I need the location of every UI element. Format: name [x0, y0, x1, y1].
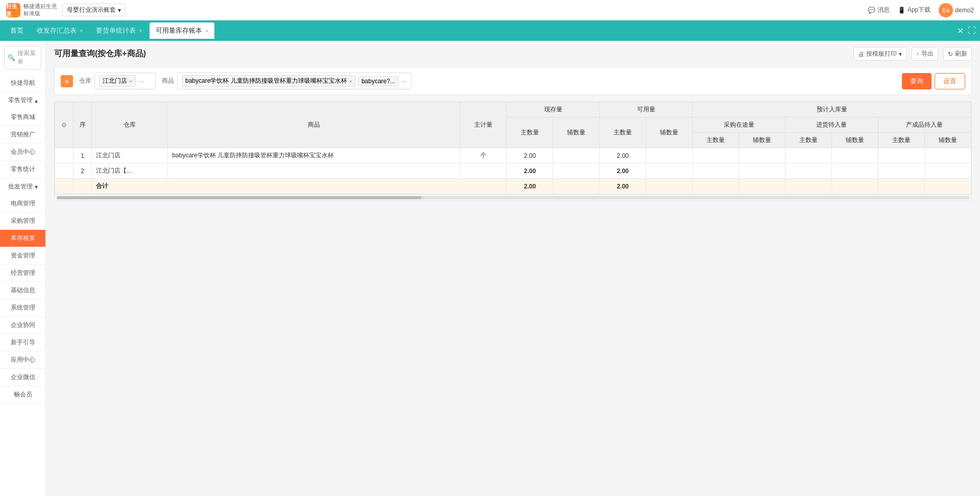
- sidebar-search-button[interactable]: 🔍 搜索菜单: [4, 46, 41, 69]
- col-stock-main-header: 主数量: [507, 117, 553, 148]
- sidebar-item-quick-nav[interactable]: 快捷导航: [0, 75, 45, 92]
- tab-home[interactable]: 首页: [4, 22, 30, 39]
- warehouse-input[interactable]: 江北门店 × ···: [94, 73, 156, 89]
- message-button[interactable]: 💬 消息: [868, 6, 890, 14]
- row1-unit: 个: [460, 148, 507, 163]
- settings-button[interactable]: 设置: [935, 73, 965, 89]
- user-menu[interactable]: Ea demo2: [939, 3, 974, 17]
- page-header: 可用量查询(按仓库+商品) 🖨 按模板打印 ▾ ↑ 导出 ↻ 刷新: [54, 47, 972, 61]
- sidebar-item-operation[interactable]: 经营管理: [0, 265, 45, 282]
- sidebar-item-purchase[interactable]: 采购管理: [0, 212, 45, 230]
- sidebar-item-retail-management[interactable]: 零售管理 ▴: [0, 92, 45, 109]
- sidebar: 🔍 搜索菜单 快捷导航 零售管理 ▴ 零售商城 营销推广 会员中心 零售统计 批…: [0, 41, 46, 496]
- tab-close-order-stats[interactable]: ×: [139, 28, 142, 34]
- table-header-row1: ⚙ 序 仓库 商品 主计量 现存量 可用量 预计入库量: [55, 102, 971, 117]
- col-warehouse-header: 仓库: [92, 102, 168, 148]
- product-tag2: babycare?...: [358, 76, 399, 86]
- page-title: 可用量查询(按仓库+商品): [54, 49, 146, 59]
- product-tag1: babycare学饮杯 儿童防摔防撞吸管杯重力球吸嘴杯宝宝水杯 ×: [182, 75, 356, 87]
- chevron-down-icon: ▾: [118, 7, 121, 14]
- row1-product: babycare学饮杯 儿童防摔防撞吸管杯重力球吸嘴杯宝宝水杯: [168, 148, 460, 163]
- row2-settings: [55, 163, 74, 179]
- print-icon: 🖨: [858, 51, 864, 58]
- row2-pt-main: [693, 163, 739, 179]
- warehouse-ellipsis[interactable]: ···: [138, 77, 144, 85]
- footer-stock-main: 2.00: [507, 179, 553, 194]
- page-actions: 🖨 按模板打印 ▾ ↑ 导出 ↻ 刷新: [853, 47, 972, 61]
- tab-close-receipts[interactable]: ×: [80, 28, 83, 34]
- warehouse-tag: 江北门店 ×: [99, 75, 136, 87]
- col-avail-main-header: 主数量: [600, 117, 646, 148]
- chevron-up-icon: ▴: [35, 97, 38, 104]
- sidebar-item-newbie[interactable]: 新手引导: [0, 334, 45, 351]
- sidebar-item-basic[interactable]: 基础信息: [0, 282, 45, 299]
- app-icon: 📱: [898, 7, 905, 14]
- refresh-button[interactable]: ↻ 刷新: [943, 47, 972, 61]
- row2-warehouse: 江北门店【...: [92, 163, 168, 179]
- tab-close-all-button[interactable]: ✕: [957, 26, 964, 36]
- sidebar-item-finance[interactable]: 资金管理: [0, 247, 45, 265]
- message-icon: 💬: [868, 7, 875, 14]
- row2-ip-aux: [831, 163, 878, 179]
- logo-text: 畅捷通好生意 标准版: [23, 3, 57, 16]
- table-container: ⚙ 序 仓库 商品 主计量 现存量 可用量 预计入库量 主数量 辅: [54, 101, 972, 201]
- col-incoming-pending-header: 进货待入量: [785, 117, 878, 133]
- col-ip-aux: 辅数量: [831, 133, 878, 148]
- filter-expand-button[interactable]: »: [61, 75, 73, 87]
- sidebar-item-vip[interactable]: 畅会员: [0, 386, 45, 404]
- col-planned-inbound-header: 预计入库量: [693, 102, 971, 117]
- sidebar-item-app-center[interactable]: 应用中心: [0, 351, 45, 369]
- sidebar-item-retail-stats[interactable]: 零售统计: [0, 161, 45, 178]
- chevron-down-icon: ▾: [899, 51, 902, 58]
- footer-settings: [55, 179, 74, 194]
- sidebar-item-ecommerce[interactable]: 电商管理: [0, 195, 45, 212]
- row1-pt-main: [693, 148, 739, 163]
- data-table: ⚙ 序 仓库 商品 主计量 现存量 可用量 预计入库量 主数量 辅: [55, 102, 971, 194]
- tab-order-stats[interactable]: 要货单统计表 ×: [90, 22, 148, 39]
- horizontal-scrollbar[interactable]: [55, 194, 971, 200]
- export-button[interactable]: ↑ 导出: [912, 47, 938, 61]
- sidebar-item-wholesale-management[interactable]: 批发管理 ▾: [0, 178, 45, 195]
- col-no-header: 序: [74, 102, 92, 148]
- col-available-header: 可用量: [600, 102, 693, 117]
- warehouse-filter: 仓库 江北门店 × ···: [79, 73, 156, 89]
- row2-product: [168, 163, 460, 179]
- sidebar-item-marketing[interactable]: 营销推广: [0, 126, 45, 144]
- col-pt-main: 主数量: [693, 133, 739, 148]
- tab-close-available-stock[interactable]: ×: [205, 28, 208, 34]
- settings-icon[interactable]: ⚙: [61, 122, 67, 129]
- app-download-button[interactable]: 📱 App下载: [898, 6, 930, 14]
- sidebar-item-member[interactable]: 会员中心: [0, 144, 45, 161]
- main-layout: 🔍 搜索菜单 快捷导航 零售管理 ▴ 零售商城 营销推广 会员中心 零售统计 批…: [0, 41, 980, 496]
- query-button[interactable]: 查询: [902, 73, 932, 89]
- row2-stock-aux: [553, 163, 600, 179]
- filter-actions: 查询 设置: [902, 73, 965, 89]
- footer-pt-aux: [739, 179, 786, 194]
- product-ellipsis[interactable]: ···: [401, 77, 407, 85]
- template-print-button[interactable]: 🖨 按模板打印 ▾: [853, 47, 906, 61]
- tab-available-stock[interactable]: 可用量库存账本 ×: [150, 22, 214, 39]
- col-stock-aux-header: 辅数量: [553, 117, 600, 148]
- row2-pp-aux: [924, 163, 971, 179]
- row1-settings: [55, 148, 74, 163]
- sidebar-item-wecom[interactable]: 企业微信: [0, 369, 45, 386]
- filter-area: » 仓库 江北门店 × ··· 商品: [54, 67, 972, 95]
- product-tag1-close[interactable]: ×: [349, 78, 352, 84]
- product-input[interactable]: babycare学饮杯 儿童防摔防撞吸管杯重力球吸嘴杯宝宝水杯 × babyca…: [177, 73, 411, 89]
- tab-receipts[interactable]: 收发存汇总表 ×: [31, 22, 89, 39]
- col-purchased-transit-header: 采购在途量: [693, 117, 786, 133]
- sidebar-item-inventory[interactable]: 库存核算: [0, 230, 45, 247]
- page-container: 可用量查询(按仓库+商品) 🖨 按模板打印 ▾ ↑ 导出 ↻ 刷新: [46, 41, 980, 207]
- scroll-thumb: [57, 196, 422, 199]
- expand-icon: »: [65, 77, 69, 85]
- sidebar-item-enterprise[interactable]: 企业协同: [0, 317, 45, 334]
- row2-ip-main: [785, 163, 831, 179]
- industry-selector[interactable]: 母婴行业演示账套 ▾: [62, 4, 126, 16]
- row2-no: 2: [74, 163, 92, 179]
- sidebar-item-retail-mall[interactable]: 零售商城: [0, 109, 45, 126]
- footer-stock-aux: [553, 179, 600, 194]
- sidebar-item-system[interactable]: 系统管理: [0, 299, 45, 317]
- warehouse-tag-close[interactable]: ×: [129, 78, 132, 84]
- tab-fullscreen-button[interactable]: ⛶: [968, 26, 976, 35]
- row1-pt-aux: [739, 148, 786, 163]
